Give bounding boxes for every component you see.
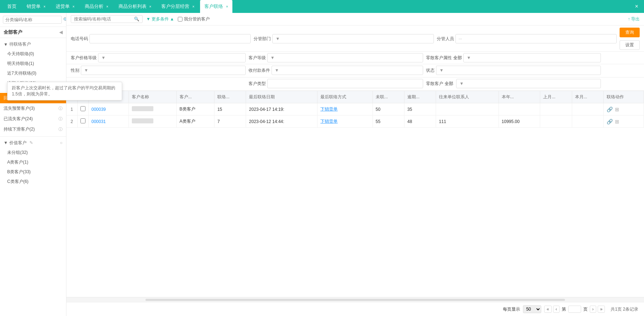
action-link-icon-0[interactable]: 🔗 bbox=[607, 107, 613, 112]
sidebar-value-group[interactable]: ▼ 价值客户 ✎ ○ bbox=[0, 138, 66, 148]
filter-customertype-select[interactable] bbox=[267, 79, 423, 88]
th-overdue[interactable]: 逾期... bbox=[404, 91, 436, 103]
tab-product-analysis-list[interactable]: 商品分析列表 × bbox=[114, 0, 156, 13]
tab-customer-tier-close[interactable]: × bbox=[192, 5, 194, 9]
filter-search-box[interactable]: 🔍 bbox=[71, 15, 143, 23]
tab-customer-tier[interactable]: 客户分层经营 × bbox=[157, 0, 199, 13]
sidebar-item-ungrouped[interactable]: 未分组(32) bbox=[0, 148, 66, 157]
horizontal-scrollbar[interactable] bbox=[66, 297, 644, 302]
row-checkbox-0[interactable] bbox=[80, 106, 85, 111]
action-link-icon-1[interactable]: 🔗 bbox=[607, 119, 613, 124]
th-name[interactable]: 客户名称 bbox=[129, 91, 176, 103]
tab-home[interactable]: 首页 bbox=[3, 0, 21, 13]
sidebar-item-declining[interactable]: 持续下滑客户(2) ⓘ bbox=[0, 124, 66, 135]
row-checkbox-1[interactable] bbox=[80, 118, 85, 123]
more-conditions-btn[interactable]: ▼ 更多条件 ▲ bbox=[146, 16, 174, 22]
sidebar-search-icon[interactable]: 🔍 bbox=[63, 17, 66, 22]
filter-payment-select[interactable]: ▼ bbox=[272, 66, 423, 75]
sidebar-item-tomorrow[interactable]: 明天待联络(1) bbox=[0, 59, 66, 69]
page-input[interactable]: 1 bbox=[568, 306, 581, 313]
cell-checkbox-0[interactable] bbox=[77, 103, 88, 115]
last-page-btn[interactable]: » bbox=[598, 306, 605, 313]
cell-this-month-1 bbox=[572, 115, 603, 128]
filter-payment-label: 收付款条件 bbox=[249, 67, 270, 74]
sidebar-item-a-class[interactable]: A类客户(1) bbox=[0, 157, 66, 167]
table-container: ⚙ 客户编码 客户名称 客户... bbox=[66, 91, 644, 297]
filter-payment-group: 收付款条件 ▼ bbox=[249, 66, 423, 75]
settings-button[interactable]: 设置 bbox=[620, 40, 640, 50]
top-nav: 首页 销货单 × 进货单 × 商品分析 × 商品分析列表 × 客户分层经营 × … bbox=[0, 0, 644, 13]
table-header-row: ⚙ 客户编码 客户名称 客户... bbox=[66, 91, 644, 103]
window-close-btn[interactable]: × bbox=[635, 3, 638, 10]
sidebar-all-customers-label: 全部客户 bbox=[4, 29, 22, 36]
page-suffix: 页 bbox=[583, 306, 588, 312]
action-grid-icon-1[interactable]: ⊞ bbox=[615, 119, 619, 124]
filter-retailattr-select[interactable]: ▼ bbox=[463, 53, 601, 62]
filter-gender-select[interactable]: ▼ bbox=[81, 66, 246, 75]
tab-product-analysis-close[interactable]: × bbox=[106, 5, 108, 9]
th-this-month[interactable]: 本月... bbox=[572, 91, 603, 103]
filter-search-input[interactable] bbox=[74, 16, 133, 22]
cell-overdue-0: 35 bbox=[404, 103, 436, 115]
th-contact-count[interactable]: 联络... bbox=[214, 91, 246, 103]
per-page-select[interactable]: 50 100 200 bbox=[523, 305, 541, 313]
sidebar-item-c-class[interactable]: C类客户(6) bbox=[0, 177, 66, 187]
my-customers-check[interactable] bbox=[178, 17, 182, 22]
sidebar-value-arrow: ▼ bbox=[4, 140, 8, 145]
filter-dept-label: 分管部门 bbox=[254, 36, 271, 42]
th-this-year[interactable]: 本年... bbox=[499, 91, 540, 103]
cell-action-0[interactable]: 🔗 ⊞ bbox=[603, 103, 644, 115]
th-contact-person[interactable]: 往来单位联系人 bbox=[436, 91, 499, 103]
my-customers-label: 我分管的客户 bbox=[184, 16, 210, 22]
action-grid-icon-0[interactable]: ⊞ bbox=[615, 107, 619, 112]
filter-status-select[interactable]: ▼ bbox=[436, 66, 601, 75]
sidebar-item-loss-warning[interactable]: 流失预警客户(3) ⓘ bbox=[0, 103, 66, 114]
sidebar-group-pending[interactable]: ▼ 待联络客户 bbox=[0, 39, 66, 49]
sidebar-item-lost[interactable]: 已流失客户(24) ⓘ bbox=[0, 114, 66, 124]
sidebar-all-customers[interactable]: 全部客户 ◀ bbox=[0, 27, 66, 38]
sidebar-item-today[interactable]: 今天待联络(0) bbox=[0, 49, 66, 59]
th-last-contact-date[interactable]: 最后联络日期 bbox=[246, 91, 318, 103]
scroll-track[interactable] bbox=[145, 299, 565, 301]
my-customers-checkbox[interactable]: 我分管的客户 bbox=[178, 16, 210, 22]
filter-dept-select[interactable]: ▼ bbox=[272, 34, 434, 43]
th-last-month[interactable]: 上月... bbox=[540, 91, 572, 103]
next-page-btn[interactable]: › bbox=[590, 306, 596, 313]
sidebar-item-week[interactable]: 近7天待联络(0) bbox=[0, 69, 66, 78]
th-unlinking[interactable]: 未联... bbox=[372, 91, 404, 103]
th-last-contact-method[interactable]: 最后联络方式 bbox=[318, 91, 373, 103]
tab-customer-contact-close[interactable]: × bbox=[226, 5, 228, 9]
filter-bar: 🔍 ▼ 更多条件 ▲ 我分管的客户 ↑ 导出 bbox=[66, 13, 644, 25]
cell-action-1[interactable]: 🔗 ⊞ bbox=[603, 115, 644, 128]
cell-overdue-1: 48 bbox=[404, 115, 436, 128]
prev-page-btn[interactable]: ‹ bbox=[553, 306, 560, 313]
sidebar-item-b-class[interactable]: B类客户(33) bbox=[0, 167, 66, 177]
cell-last-contact-method-1[interactable]: 下销货单 bbox=[318, 115, 373, 128]
tab-purchase-close[interactable]: × bbox=[73, 5, 75, 9]
query-button[interactable]: 查询 bbox=[620, 28, 640, 37]
contact-method-link-0[interactable]: 下销货单 bbox=[320, 107, 338, 112]
cell-checkbox-1[interactable] bbox=[77, 115, 88, 128]
filter-customerlevel-select[interactable]: ▼ bbox=[267, 53, 423, 62]
sidebar-collapse-icon[interactable]: ◀ bbox=[59, 30, 62, 35]
tab-product-analysis[interactable]: 商品分析 × bbox=[80, 0, 113, 13]
tab-product-analysis-list-close[interactable]: × bbox=[149, 5, 152, 9]
th-customer-type[interactable]: 客户... bbox=[176, 91, 214, 103]
sidebar-search-input[interactable] bbox=[3, 16, 62, 24]
contact-method-link-1[interactable]: 下销货单 bbox=[320, 119, 338, 124]
filter-pricelevel-select[interactable]: ▼ bbox=[98, 53, 246, 62]
cell-last-contact-method-0[interactable]: 下销货单 bbox=[318, 103, 373, 115]
filter-phone-select[interactable] bbox=[89, 34, 251, 43]
tab-sales[interactable]: 销货单 × bbox=[22, 0, 50, 13]
first-page-btn[interactable]: « bbox=[544, 306, 552, 313]
sidebar-value-edit-icon[interactable]: ✎ bbox=[29, 140, 33, 145]
tab-sales-close[interactable]: × bbox=[43, 5, 46, 9]
filter-retailcustomer-select[interactable]: ▼ bbox=[456, 79, 601, 88]
export-btn[interactable]: ↑ 导出 bbox=[628, 16, 640, 22]
tab-customer-contact[interactable]: 客户联络 × bbox=[200, 0, 232, 13]
tab-home-label: 首页 bbox=[7, 3, 17, 10]
filter-search-icon[interactable]: 🔍 bbox=[134, 16, 139, 22]
th-contact-count-label: 联络... bbox=[217, 94, 230, 99]
filter-manager-select[interactable]: ··· bbox=[455, 34, 617, 43]
tab-purchase[interactable]: 进货单 × bbox=[51, 0, 79, 13]
